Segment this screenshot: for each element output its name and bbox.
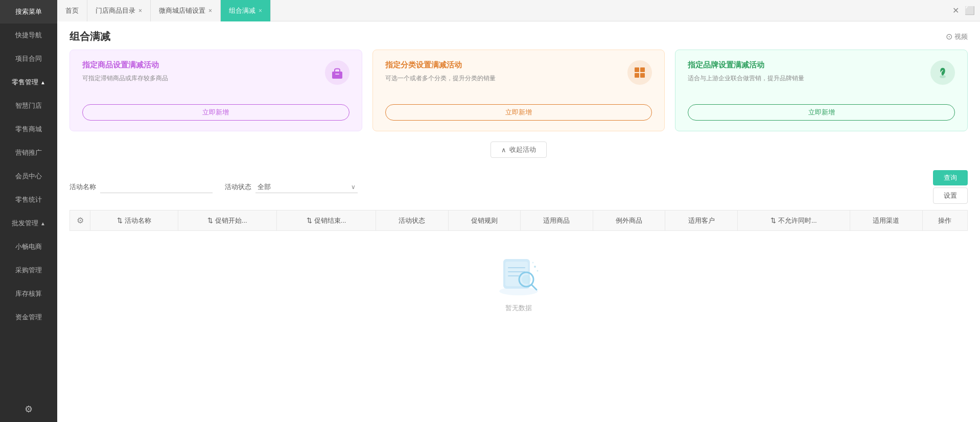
- card-desc-goods-card: 可指定滞销商品或库存较多商品: [82, 74, 349, 96]
- svg-rect-0: [332, 72, 342, 79]
- tabs-bar: 首页门店商品目录×微商城店铺设置×组合满减× ✕ ⬜: [57, 0, 980, 21]
- sidebar-item-fund-mgmt[interactable]: 资金管理: [0, 306, 57, 329]
- sidebar-item-quick-nav[interactable]: 快捷导航: [0, 24, 57, 47]
- sidebar-item-wholesale-mgmt[interactable]: 批发管理 ▲: [0, 212, 57, 235]
- col-exception: 例外商品: [593, 210, 665, 231]
- svg-rect-4: [635, 73, 639, 78]
- chevron-up-icon: ∧: [501, 146, 506, 154]
- tab-label-home: 首页: [65, 6, 79, 15]
- activity-status-field: 活动状态 全部进行中已结束未开始: [225, 181, 358, 193]
- sidebar-item-project-contract[interactable]: 项目合同: [0, 47, 57, 71]
- col-label-status: 活动状态: [399, 217, 425, 224]
- tab-combo-discount[interactable]: 组合满减×: [221, 0, 271, 21]
- col-label-no-concurrent: ⇅ 不允许同时...: [771, 217, 816, 224]
- tab-wechat-shop-settings[interactable]: 微商城店铺设置×: [151, 0, 221, 21]
- card-desc-category-card: 可选一个或者多个分类，提升分类的销量: [385, 74, 652, 96]
- minimize-button[interactable]: ✕: [949, 5, 962, 17]
- sidebar-item-search-menu[interactable]: 搜索菜单: [0, 0, 57, 24]
- gear-settings-button[interactable]: ⚙: [0, 396, 57, 422]
- collapse-button[interactable]: ∧ 收起活动: [491, 142, 547, 158]
- svg-point-16: [534, 266, 536, 268]
- col-actions: 操作: [922, 210, 967, 231]
- col-label-start: ⇅ 促销开始...: [207, 217, 247, 224]
- sidebar-item-retail-stats[interactable]: 零售统计: [0, 188, 57, 212]
- maximize-button[interactable]: ⬜: [964, 5, 976, 17]
- svg-rect-2: [635, 67, 639, 72]
- sidebar: 搜索菜单快捷导航项目合同零售管理 ▲智慧门店零售商城营销推广会员中心零售统计批发…: [0, 0, 57, 422]
- col-rule: 促销规则: [448, 210, 521, 231]
- svg-rect-3: [640, 67, 645, 72]
- table-gear-icon[interactable]: ⚙: [77, 216, 84, 225]
- card-btn-category-card[interactable]: 立即新增: [385, 104, 652, 121]
- activity-name-input[interactable]: [100, 181, 213, 193]
- svg-point-14: [522, 275, 531, 284]
- empty-illustration: [493, 251, 544, 297]
- card-title-brand-card: 指定品牌设置满减活动: [688, 60, 955, 70]
- brand-card: 指定品牌设置满减活动适合与上游企业联合做营销，提升品牌销量立即新增: [675, 50, 968, 131]
- svg-rect-1: [335, 74, 339, 75]
- tab-label-store-catalog: 门店商品目录: [96, 6, 135, 15]
- sidebar-item-xc-ecommerce[interactable]: 小畅电商: [0, 235, 57, 259]
- tab-home[interactable]: 首页: [57, 0, 87, 21]
- page-header: 组合满减 ⊙ 视频: [57, 21, 980, 50]
- card-title-category-card: 指定分类设置满减活动: [385, 60, 652, 70]
- page-content: 组合满减 ⊙ 视频 指定商品设置满减活动可指定滞销商品或库存较多商品立即新增指定…: [57, 21, 980, 422]
- sidebar-item-inventory-calc[interactable]: 库存核算: [0, 282, 57, 306]
- play-circle-icon: ⊙: [946, 32, 952, 41]
- tab-label-wechat-shop-settings: 微商城店铺设置: [159, 6, 205, 15]
- sidebar-item-member-center[interactable]: 会员中心: [0, 165, 57, 188]
- col-gear: ⚙: [70, 210, 90, 231]
- col-customer: 适用客户: [665, 210, 738, 231]
- col-no-concurrent[interactable]: ⇅ 不允许同时...: [737, 210, 850, 231]
- svg-point-18: [532, 262, 534, 264]
- col-start[interactable]: ⇅ 促销开始...: [178, 210, 277, 231]
- query-button[interactable]: 查询: [933, 170, 968, 185]
- col-end[interactable]: ⇅ 促销结束...: [277, 210, 376, 231]
- empty-text: 暂无数据: [505, 303, 532, 313]
- activity-status-select[interactable]: 全部进行中已结束未开始: [255, 181, 358, 193]
- tab-close-wechat-shop-settings[interactable]: ×: [208, 7, 212, 14]
- card-desc-brand-card: 适合与上游企业联合做营销，提升品牌销量: [688, 74, 955, 96]
- card-icon-category-card: [627, 60, 652, 85]
- col-label-rule: 促销规则: [471, 217, 498, 224]
- page-title: 组合满减: [69, 30, 110, 43]
- col-channel: 适用渠道: [850, 210, 923, 231]
- activity-status-label: 活动状态: [225, 182, 251, 192]
- tab-close-combo-discount[interactable]: ×: [259, 7, 262, 14]
- category-card: 指定分类设置满减活动可选一个或者多个分类，提升分类的销量立即新增: [372, 50, 665, 131]
- video-button[interactable]: ⊙ 视频: [946, 32, 968, 41]
- table-section: ⚙⇅ 活动名称⇅ 促销开始...⇅ 促销结束...活动状态促销规则适用商品例外商…: [57, 210, 980, 323]
- card-btn-goods-card[interactable]: 立即新增: [82, 104, 349, 121]
- tab-close-store-catalog[interactable]: ×: [138, 7, 142, 14]
- empty-state: 暂无数据: [69, 231, 968, 323]
- activity-name-field: 活动名称: [69, 181, 213, 193]
- sidebar-item-retail-mgmt[interactable]: 零售管理 ▲: [0, 71, 57, 94]
- col-label-channel: 适用渠道: [873, 217, 899, 224]
- main-content: 首页门店商品目录×微商城店铺设置×组合满减× ✕ ⬜ 组合满减 ⊙ 视频 指定商…: [57, 0, 980, 422]
- collapse-bar: ∧ 收起活动: [57, 139, 980, 164]
- tab-store-catalog[interactable]: 门店商品目录×: [87, 0, 151, 21]
- chevron-down-icon: ▲: [40, 221, 45, 226]
- col-label-name: ⇅ 活动名称: [117, 217, 151, 224]
- settings-button[interactable]: 设置: [933, 187, 968, 204]
- tab-label-combo-discount: 组合满减: [229, 6, 255, 15]
- empty-svg-icon: [493, 251, 544, 297]
- card-icon-brand-card: [930, 60, 955, 85]
- activity-status-select-wrapper: 全部进行中已结束未开始: [255, 181, 358, 193]
- goods-card: 指定商品设置满减活动可指定滞销商品或库存较多商品立即新增: [69, 50, 362, 131]
- sidebar-item-retail-mall[interactable]: 零售商城: [0, 118, 57, 141]
- sidebar-item-marketing[interactable]: 营销推广: [0, 141, 57, 165]
- col-status: 活动状态: [376, 210, 449, 231]
- col-label-exception: 例外商品: [616, 217, 642, 224]
- window-controls: ✕ ⬜: [949, 5, 980, 17]
- activity-name-label: 活动名称: [69, 182, 96, 192]
- col-label-actions: 操作: [938, 217, 951, 224]
- sidebar-item-purchase-mgmt[interactable]: 采购管理: [0, 259, 57, 282]
- collapse-label: 收起活动: [509, 145, 536, 154]
- cards-section: 指定商品设置满减活动可指定滞销商品或库存较多商品立即新增指定分类设置满减活动可选…: [57, 50, 980, 139]
- card-btn-brand-card[interactable]: 立即新增: [688, 104, 955, 121]
- col-name[interactable]: ⇅ 活动名称: [90, 210, 178, 231]
- col-label-goods: 适用商品: [543, 217, 570, 224]
- chevron-down-icon: ▲: [40, 80, 45, 85]
- sidebar-item-smart-store[interactable]: 智慧门店: [0, 94, 57, 118]
